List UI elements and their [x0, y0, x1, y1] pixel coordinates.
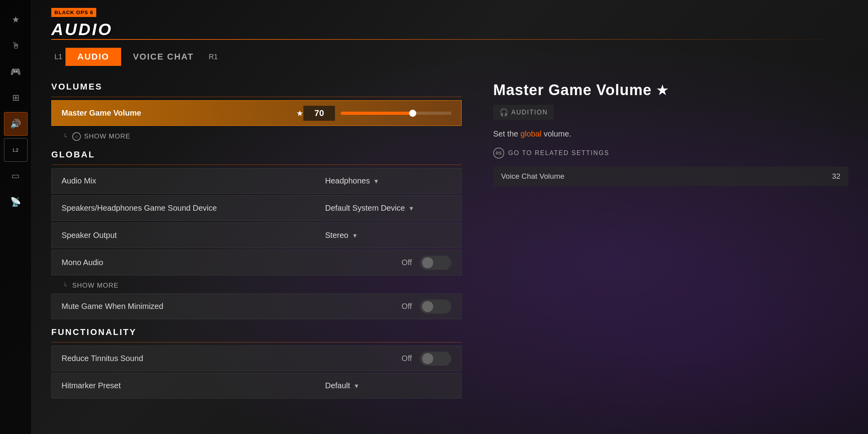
audio-mix-value: Headphones ▾ [325, 176, 451, 185]
volumes-divider [51, 97, 462, 97]
desc-part1: Set the [493, 129, 520, 138]
audio-mix-label: Audio Mix [62, 176, 325, 185]
sound-device-selected: Default System Device [325, 204, 405, 213]
hitmarker-preset-label: Hitmarker Preset [62, 381, 325, 390]
master-volume-row[interactable]: Master Game Volume ★ 70 [51, 100, 462, 126]
description-text: Set the global volume. [493, 128, 848, 140]
right-panel-star-icon: ★ [657, 83, 668, 98]
related-settings-label: GO TO RELATED SETTINGS [508, 150, 609, 157]
right-panel-title: Master Game Volume ★ [493, 82, 848, 99]
global-divider [51, 165, 462, 165]
title-underline [51, 39, 848, 40]
mute-minimized-toggle-knob [422, 301, 433, 312]
speaker-output-row[interactable]: Speaker Output Stereo ▾ [51, 223, 462, 248]
main-area: BLACK OPS 6 AUDIO L1 AUDIO VOICE CHAT R1… [32, 0, 868, 434]
sound-device-row[interactable]: Speakers/Headphones Game Sound Device De… [51, 195, 462, 221]
right-tab-indicator: R1 [206, 53, 221, 61]
master-volume-slider[interactable] [341, 112, 451, 115]
audition-text: AUDITION [511, 109, 548, 116]
rs-badge-icon: RS [493, 148, 504, 159]
mono-audio-value: Off [402, 258, 412, 267]
mute-minimized-toggle-container: Off [402, 299, 451, 314]
slider-fill [341, 112, 413, 115]
tinnitus-toggle-container: Off [402, 352, 451, 366]
audition-badge[interactable]: 🎧 AUDITION [493, 105, 554, 120]
header: BLACK OPS 6 AUDIO [32, 0, 868, 48]
tinnitus-toggle-knob [422, 353, 433, 364]
sidebar-item-display[interactable]: ▭ [4, 164, 28, 188]
volumes-settings: Master Game Volume ★ 70 [51, 100, 462, 126]
sidebar-item-favorites[interactable]: ★ [4, 8, 28, 32]
sidebar-item-l2[interactable]: L2 [4, 138, 28, 162]
speaker-output-label: Speaker Output [62, 231, 325, 240]
mute-minimized-row[interactable]: Mute Game When Minimized Off [51, 294, 462, 319]
volumes-show-more-label: SHOW MORE [84, 133, 131, 140]
mono-audio-toggle-knob [422, 257, 433, 268]
volumes-show-more[interactable]: └ ○ SHOW MORE [51, 130, 462, 143]
settings-left: VOLUMES Master Game Volume ★ 70 [51, 78, 485, 434]
sidebar-item-controller[interactable]: 🎮 [4, 60, 28, 84]
sound-device-value: Default System Device ▾ [325, 204, 451, 213]
page-title: AUDIO [51, 20, 848, 39]
mute-minimized-value: Off [402, 302, 412, 311]
game-logo: BLACK OPS 6 [51, 8, 848, 17]
hitmarker-preset-row[interactable]: Hitmarker Preset Default ▾ [51, 373, 462, 398]
right-panel: Master Game Volume ★ 🎧 AUDITION Set the … [493, 78, 848, 190]
global-header: GLOBAL [51, 150, 462, 160]
master-volume-label: Master Game Volume [62, 108, 292, 118]
show-more-arrow-icon: └ [63, 133, 67, 140]
desc-part2: volume. [541, 129, 571, 138]
sidebar-item-interface[interactable]: ⊞ [4, 86, 28, 110]
related-settings-button[interactable]: RS GO TO RELATED SETTINGS [493, 148, 848, 159]
desc-highlight: global [520, 129, 541, 138]
settings-right: Master Game Volume ★ 🎧 AUDITION Set the … [485, 78, 848, 434]
global-show-more[interactable]: └ SHOW MORE [51, 279, 462, 292]
speaker-output-value: Stereo ▾ [325, 231, 451, 240]
functionality-header: FUNCTIONALITY [51, 327, 462, 337]
show-more-circle-icon: ○ [72, 132, 81, 141]
audio-mix-selected: Headphones [325, 176, 370, 185]
mono-audio-toggle-container: Off [402, 256, 451, 270]
voice-chat-volume-row[interactable]: Voice Chat Volume 32 [493, 166, 848, 186]
speaker-output-chevron: ▾ [353, 231, 357, 240]
sound-device-label: Speakers/Headphones Game Sound Device [62, 204, 325, 213]
tinnitus-label: Reduce Tinnitus Sound [62, 354, 402, 363]
right-panel-title-text: Master Game Volume [493, 82, 652, 99]
voice-chat-volume-label: Voice Chat Volume [501, 172, 832, 181]
mono-audio-label: Mono Audio [62, 258, 402, 267]
mute-minimized-toggle[interactable] [420, 299, 451, 314]
sidebar-item-mouse[interactable]: 🖱 [4, 34, 28, 58]
tinnitus-value: Off [402, 354, 412, 363]
sidebar-item-network[interactable]: 📡 [4, 190, 28, 214]
mono-audio-toggle[interactable] [420, 256, 451, 270]
hitmarker-preset-value: Default ▾ [325, 381, 451, 390]
tinnitus-toggle[interactable] [420, 352, 451, 366]
functionality-divider [51, 342, 462, 342]
audio-mix-row[interactable]: Audio Mix Headphones ▾ [51, 168, 462, 194]
rs-text: RS [496, 151, 501, 155]
tinnitus-row[interactable]: Reduce Tinnitus Sound Off [51, 346, 462, 371]
hitmarker-preset-chevron: ▾ [355, 382, 358, 390]
voice-chat-volume-value: 32 [832, 172, 840, 181]
audition-icon: 🎧 [499, 108, 508, 117]
tab-audio[interactable]: AUDIO [65, 48, 121, 66]
global-show-more-label: SHOW MORE [72, 282, 119, 290]
tabs-bar: L1 AUDIO VOICE CHAT R1 [32, 48, 868, 66]
left-tab-indicator: L1 [51, 53, 65, 61]
mute-minimized-label: Mute Game When Minimized [62, 302, 402, 311]
speaker-output-selected: Stereo [325, 231, 348, 240]
global-show-more-arrow-icon: └ [63, 282, 67, 289]
slider-thumb [409, 110, 416, 117]
mono-audio-row[interactable]: Mono Audio Off [51, 250, 462, 275]
settings-area: VOLUMES Master Game Volume ★ 70 [32, 78, 868, 434]
sound-device-chevron: ▾ [410, 204, 413, 213]
functionality-settings: Reduce Tinnitus Sound Off Hitmarker Pres… [51, 346, 462, 398]
volumes-header: VOLUMES [51, 82, 462, 92]
master-volume-value: 70 [303, 106, 335, 121]
tab-voice-chat[interactable]: VOICE CHAT [121, 48, 206, 66]
game-logo-text: BLACK OPS 6 [51, 8, 96, 17]
sidebar: ★ 🖱 🎮 ⊞ 🔊 L2 ▭ 📡 [0, 0, 32, 434]
audio-mix-chevron: ▾ [374, 177, 378, 185]
sidebar-item-audio[interactable]: 🔊 [4, 112, 28, 136]
hitmarker-preset-selected: Default [325, 381, 350, 390]
